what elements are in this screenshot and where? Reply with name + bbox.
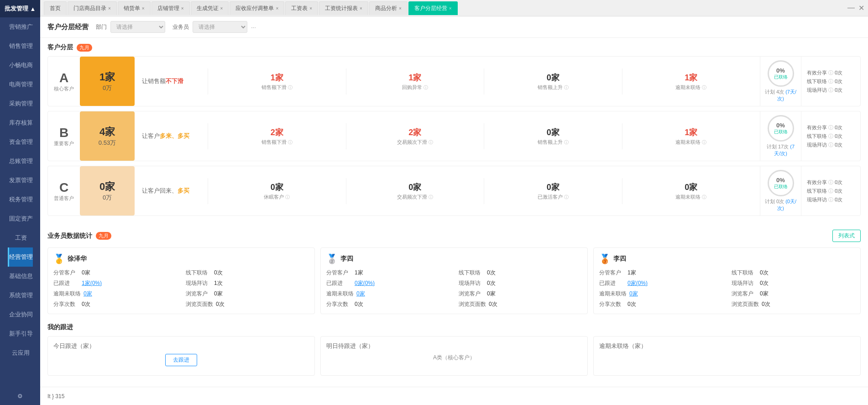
tier-metric-C-3: 0家逾期未联络 ⓘ (622, 178, 760, 204)
tier-right-stats-A: 有效分享 ⓘ 0次线下联络 ⓘ 0次现场拜访 ⓘ 0次 (801, 57, 860, 106)
sidebar-item-系统管理[interactable]: 系统管理 (8, 286, 33, 305)
staff-stats-grid-1: 分管客户1家线下联络0次已跟进0家(0%)现场拜访0次逾期未联络0家浏览客户0家… (326, 269, 582, 308)
sidebar-item-新手引导[interactable]: 新手引导 (8, 324, 33, 343)
sidebar-expand-icon[interactable]: ▲ (30, 5, 36, 12)
tier-amount-A: 0万 (103, 84, 112, 92)
tab-店铺管理[interactable]: 店铺管理× (152, 1, 190, 15)
sidebar-item-发票管理[interactable]: 发票管理 (8, 171, 33, 190)
stat-value-1-4[interactable]: 0家 (356, 290, 365, 298)
sidebar-item-企业协同[interactable]: 企业协同 (8, 305, 33, 324)
stat-value-1-0: 1家 (355, 269, 363, 277)
stat-value-2-0: 1家 (627, 269, 636, 277)
staff-stat-1-1: 线下联络0次 (459, 269, 582, 277)
stat-value-2-7: 0次 (762, 300, 770, 308)
customer-section-header: 客户分层 九月 (47, 43, 861, 52)
staff-stat-2-1: 线下联络0次 (732, 269, 855, 277)
tier-metric-A-2: 0家销售额上升 ⓘ (484, 68, 622, 95)
staff-card-0: 🥇徐泽华分管客户0家线下联络0次已跟进1家(0%)现场拜访1次逾期未联络0家浏览… (47, 247, 315, 314)
tab-close-门店商品目录[interactable]: × (108, 6, 111, 11)
sidebar-item-营销推广[interactable]: 营销推广 (8, 17, 33, 37)
tab-close-工资表[interactable]: × (309, 6, 312, 11)
tab-首页[interactable]: 首页 (44, 1, 67, 15)
dept-filter: 部门 请选择 (96, 21, 165, 33)
window-close-icon[interactable]: ✕ (858, 4, 864, 12)
tab-工资统计报表[interactable]: 工资统计报表× (319, 1, 368, 15)
staff-card-2: 🥉李四分管客户1家线下联络0次已跟进0家(0%)现场拜访0次逾期未联络0家浏览客… (593, 247, 861, 314)
stat-value-2-4[interactable]: 0家 (629, 290, 638, 298)
tier-count-B: 4家 (99, 125, 115, 139)
sidebar-item-云应用[interactable]: 云应用 (8, 343, 33, 363)
sidebar-top[interactable]: 批发管理 ▲ (0, 0, 40, 17)
circle-badge-B: 0% 已联络 (768, 115, 794, 142)
staff-section-title: 业务员数据统计 (47, 232, 92, 240)
followup-btn-0[interactable]: 去跟进 (165, 354, 197, 366)
tab-生成凭证[interactable]: 生成凭证× (191, 1, 229, 15)
stat-value-1-2[interactable]: 0家(0%) (355, 279, 375, 287)
settings-button[interactable]: ⚙ (0, 387, 40, 405)
stat-value-0-4[interactable]: 0家 (84, 290, 92, 298)
tier-circle-A: 0% 已联络 计划 4次 (7天/次) (760, 57, 801, 106)
tab-close-生成凭证[interactable]: × (220, 6, 223, 11)
page-title: 客户分层经营 (47, 23, 89, 32)
tier-metrics-A: 1家销售额下滑 ⓘ1家回购异常 ⓘ0家销售额上升 ⓘ1家逾期未联络 ⓘ (208, 57, 760, 106)
tab-close-店铺管理[interactable]: × (181, 6, 184, 11)
staff-medal-2: 🥉 (599, 253, 611, 264)
tier-stats-C: 0家0万 (80, 166, 135, 216)
tier-metrics-B: 2家销售额下滑 ⓘ2家交易频次下滑 ⓘ0家销售额上升 ⓘ1家逾期未联络 ⓘ (208, 111, 760, 161)
list-view-button[interactable]: 列表式 (832, 230, 861, 242)
window-minimize-icon[interactable]: — (847, 4, 855, 12)
staff-stat-0-5: 浏览客户0家 (186, 290, 309, 298)
sidebar-item-资金管理[interactable]: 资金管理 (8, 132, 33, 152)
tier-name-A: 核心客户 (54, 85, 74, 92)
tier-metric-B-3: 1家逾期未联络 ⓘ (622, 123, 760, 149)
staff-name-row-1: 🥈李四 (326, 253, 582, 264)
sidebar-item-工资[interactable]: 工资 (8, 228, 33, 247)
stat-value-0-3: 1次 (214, 279, 223, 287)
sidebar-item-采购管理[interactable]: 采购管理 (8, 94, 33, 113)
tier-name-C: 普通客户 (54, 195, 74, 202)
tier-row-C: C普通客户0家0万让客户回来、多买0家休眠客户 ⓘ0家交易频次下滑 ⓘ0家已激活… (47, 166, 861, 216)
tab-销货单[interactable]: 销货单× (118, 1, 151, 15)
tab-商品分析[interactable]: 商品分析× (369, 1, 408, 15)
sidebar-item-销售管理[interactable]: 销售管理 (8, 37, 33, 56)
tier-highlight-B: 多来、多买 (160, 132, 189, 139)
tier-metric-B-0: 2家销售额下滑 ⓘ (208, 123, 346, 149)
stat-value-2-2[interactable]: 0家(0%) (627, 279, 648, 287)
sidebar-item-固定资产[interactable]: 固定资产 (8, 209, 33, 228)
staff-medal-0: 🥇 (53, 253, 65, 264)
staff-stat-1-2: 已跟进0家(0%) (326, 279, 450, 287)
tab-close-客户分层经营[interactable]: × (449, 6, 452, 11)
more-options-icon[interactable]: ··· (251, 24, 256, 31)
tab-门店商品目录[interactable]: 门店商品目录× (68, 1, 117, 15)
right-stat-线下联络: 线下联络 ⓘ 0次 (807, 188, 855, 195)
tab-工资表[interactable]: 工资表× (285, 1, 318, 15)
stat-value-1-5: 0家 (487, 290, 496, 298)
staff-stat-1-7: 浏览页面数0次 (459, 300, 582, 308)
staff-select[interactable]: 请选择 (193, 21, 247, 33)
right-stat-现场拜访: 现场拜访 ⓘ 0次 (807, 87, 855, 94)
main-area: 首页门店商品目录×销货单×店铺管理×生成凭证×应收应付调整单×工资表×工资统计报… (40, 0, 868, 405)
sidebar-item-基础信息[interactable]: 基础信息 (8, 267, 33, 286)
right-stat-线下联络: 线下联络 ⓘ 0次 (807, 133, 855, 140)
tier-letter-C: C (59, 180, 68, 195)
stat-value-0-2[interactable]: 1家(0%) (82, 279, 102, 287)
tab-close-工资统计报表[interactable]: × (360, 6, 362, 11)
tab-应收应付调整单[interactable]: 应收应付调整单× (230, 1, 284, 15)
followup-card-title-2: 逾期未联络（家） (599, 342, 855, 350)
tab-close-应收应付调整单[interactable]: × (276, 6, 278, 11)
dept-select[interactable]: 请选择 (110, 21, 165, 33)
staff-stat-2-4: 逾期未联络0家 (599, 290, 722, 298)
sidebar-item-经营管理[interactable]: 经营管理 (8, 247, 33, 267)
sidebar-item-小畅电商[interactable]: 小畅电商 (8, 56, 33, 75)
sidebar-item-税务管理[interactable]: 税务管理 (8, 190, 33, 209)
tab-close-销货单[interactable]: × (142, 6, 145, 11)
sidebar-item-库存核算[interactable]: 库存核算 (8, 113, 33, 132)
sidebar-item-总账管理[interactable]: 总账管理 (8, 152, 33, 171)
staff-stat-2-6: 分享次数0次 (599, 300, 722, 308)
tab-close-商品分析[interactable]: × (399, 6, 402, 11)
stat-value-0-7: 0次 (216, 300, 225, 308)
tab-客户分层经营[interactable]: 客户分层经营× (408, 1, 458, 15)
staff-name-2: 李四 (613, 255, 626, 263)
sidebar-item-电商管理[interactable]: 电商管理 (8, 75, 33, 94)
stat-value-2-5: 0家 (760, 290, 769, 298)
